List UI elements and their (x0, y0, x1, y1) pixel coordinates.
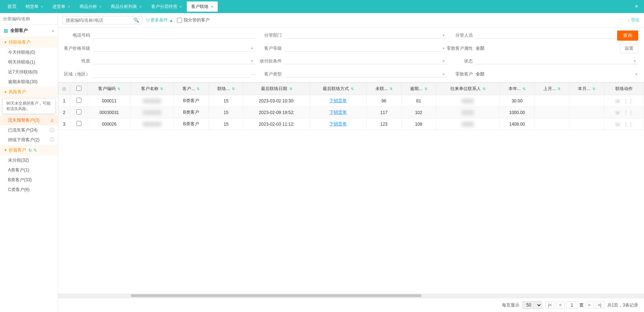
first-page-btn[interactable]: |< (545, 301, 555, 309)
collapse-icon[interactable]: « (52, 28, 54, 33)
export-button[interactable]: ↑ 导出 (628, 17, 640, 23)
td-last-method[interactable]: 下销货单 (310, 107, 366, 118)
th-checkbox[interactable] (70, 83, 88, 95)
contact-icon[interactable]: ☏ (615, 98, 621, 104)
prev-page-btn[interactable]: < (556, 301, 564, 309)
contact-icon[interactable]: ☏ (615, 110, 621, 116)
sort-icon-this-month[interactable]: ⇅ (592, 87, 595, 91)
td-checkbox[interactable] (70, 95, 88, 107)
sidebar-group-pending[interactable]: ▼ 待联络客户 (0, 37, 58, 48)
region-dots[interactable]: ··· (252, 72, 255, 77)
tab-close-customer-layer[interactable]: × (180, 4, 182, 9)
td-company-contact: ████ (436, 107, 500, 118)
tab-close-product-analysis[interactable]: × (99, 4, 101, 9)
td-last-method[interactable]: 下销货单 (310, 95, 366, 107)
sidebar-item-7days[interactable]: 近7天待联络(0) (0, 67, 58, 77)
sidebar-item-class-a[interactable]: A类客户(1) (0, 165, 58, 175)
td-checkbox[interactable] (70, 107, 88, 118)
sidebar: 🔍 ⊞ 全部客户 « ▼ 待联络客户 今天待联络(0) 明天待联络(1) 近7天… (0, 13, 58, 312)
last-page-btn[interactable]: >| (595, 301, 604, 309)
sidebar-item-class-c[interactable]: C类客户(6) (0, 185, 58, 195)
sort-icon-name[interactable]: ⇅ (160, 87, 163, 91)
contact-method-link[interactable]: 下销货单 (329, 98, 347, 103)
tab-product-list[interactable]: 商品分析列表 × (106, 1, 146, 12)
tab-close-product-list[interactable]: × (139, 4, 141, 9)
sidebar-group-risk[interactable]: ▼ 风险客户 (0, 87, 58, 97)
person-input[interactable] (476, 32, 633, 39)
sort-icon-date[interactable]: ⇅ (289, 87, 292, 91)
tab-close-sales[interactable]: × (41, 4, 43, 9)
sidebar-group-value[interactable]: ▼ 价值客户 ↻ ✎ (0, 145, 58, 155)
dept-select[interactable]: ▼ (285, 33, 447, 39)
sidebar-item-tomorrow[interactable]: 明天待联络(1) (0, 57, 58, 67)
contact-method-link[interactable]: 下销货单 (329, 110, 347, 115)
cust-level-select[interactable]: ▼ (285, 46, 447, 52)
sidebar-search-box[interactable]: 🔍 (0, 13, 58, 25)
sidebar-item-churn-warning[interactable]: 流失预警客户(3) ⚠ (0, 116, 58, 125)
refresh-icon[interactable]: ↻ (28, 148, 32, 153)
sidebar-item-churned[interactable]: 已流失客户(24) ⓘ (0, 125, 58, 135)
sidebar-all-customers[interactable]: ⊞ 全部客户 « (0, 25, 58, 37)
cust-type-select[interactable]: ▼ (285, 72, 447, 77)
payment-select[interactable]: ▼ (285, 58, 447, 64)
page-size-select[interactable]: 50 100 200 (522, 301, 542, 309)
sidebar-item-unclassified[interactable]: 未分组(32) (0, 155, 58, 165)
filter-retail-cust: 零散客户 全部 ▼ (447, 69, 638, 79)
more-action-icon[interactable]: ⋮⋮ (623, 98, 633, 104)
tab-customer-contact[interactable]: 客户联络 × (187, 1, 217, 12)
td-checkbox[interactable] (70, 118, 88, 130)
tab-customer-layer[interactable]: 客户分层经营 × (147, 1, 186, 12)
price-level-select[interactable]: ▼ (93, 46, 255, 52)
sidebar-item-today[interactable]: 今天待联络(0) (0, 48, 58, 57)
search-input[interactable] (66, 18, 133, 23)
column-settings-icon[interactable]: ⚙ (62, 86, 67, 92)
sort-icon-this-year[interactable]: ⇅ (523, 87, 526, 91)
next-page-btn[interactable]: > (585, 301, 593, 309)
status-select[interactable]: ▼ (476, 58, 638, 64)
more-action-icon[interactable]: ⋮⋮ (623, 110, 633, 116)
region-input[interactable] (93, 71, 250, 78)
tab-product-analysis[interactable]: 商品分析 × (75, 1, 106, 12)
contact-method-link[interactable]: 下销货单 (329, 121, 347, 126)
tab-home[interactable]: 首页 (3, 3, 21, 10)
row-checkbox[interactable] (76, 109, 81, 114)
sort-icon-uncontacted[interactable]: ⇅ (390, 87, 393, 91)
select-all-checkbox[interactable] (76, 86, 81, 91)
sort-icon-company[interactable]: ⇅ (483, 87, 486, 91)
my-customers-checkbox[interactable]: 我分管的客户 (177, 17, 210, 23)
scroll-thumb[interactable] (131, 294, 422, 297)
contact-icon[interactable]: ☏ (615, 121, 621, 127)
tab-close-purchase[interactable]: × (68, 4, 70, 9)
my-customers-check[interactable] (177, 18, 182, 23)
search-box[interactable]: 🔍 (63, 16, 142, 24)
horizontal-scrollbar[interactable] (58, 293, 644, 298)
row-checkbox[interactable] (76, 98, 81, 103)
row-checkbox[interactable] (76, 121, 81, 126)
td-last-method[interactable]: 下销货单 (310, 118, 366, 130)
phone-input[interactable] (93, 32, 255, 39)
sort-icon-contact[interactable]: ⇅ (232, 87, 235, 91)
td-contact-count: 15 (209, 107, 243, 118)
gender-select[interactable]: ▼ (93, 58, 255, 64)
more-conditions-btn[interactable]: ▽ 更多条件 ▲ (146, 17, 173, 23)
th-this-month: 本月... ⇅ (569, 83, 604, 95)
tab-close-customer-contact[interactable]: × (211, 4, 213, 9)
page-input[interactable] (566, 301, 578, 309)
tab-purchase[interactable]: 进货单 × (48, 1, 74, 12)
query-button[interactable]: 查询 (617, 31, 638, 41)
edit-icon[interactable]: ✎ (33, 148, 37, 153)
sidebar-search-input[interactable] (3, 16, 57, 21)
sort-icon-last-month[interactable]: ⇅ (558, 87, 560, 91)
sort-icon-method[interactable]: ⇅ (351, 87, 354, 91)
more-action-icon[interactable]: ⋮⋮ (623, 121, 633, 127)
settings-button[interactable]: 设置 (620, 44, 638, 53)
sidebar-item-class-b[interactable]: B类客户(33) (0, 175, 58, 185)
sidebar-item-overdue[interactable]: 逾期未联络(30) (0, 77, 58, 87)
sidebar-item-declining[interactable]: 持续下滑客户(2) ⓘ (0, 135, 58, 145)
sort-icon-code[interactable]: ⇅ (117, 87, 120, 91)
sort-icon-type[interactable]: ⇅ (197, 87, 200, 91)
th-settings[interactable]: ⚙ (59, 83, 70, 95)
window-close-button[interactable]: × (632, 3, 641, 10)
tab-sales[interactable]: 销货单 × (21, 1, 47, 12)
sort-icon-overdue[interactable]: ⇅ (424, 87, 427, 91)
